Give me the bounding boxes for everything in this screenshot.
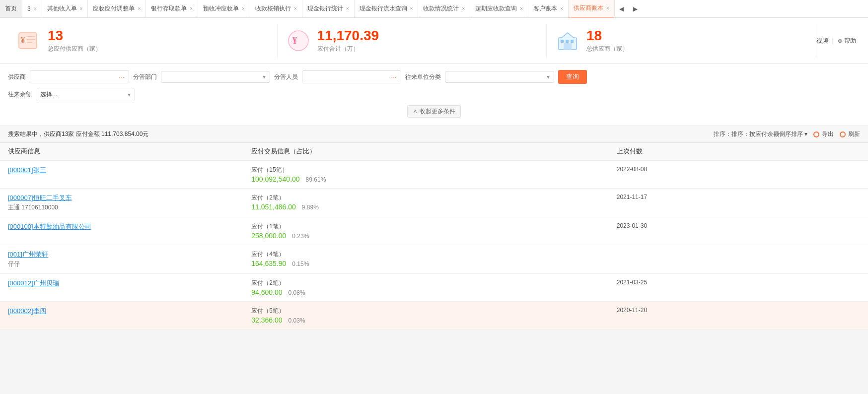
result-bar: 搜索结果中，供应商13家 应付金额 111,703,854.00元 排序：排序：…: [0, 126, 868, 143]
svg-text:¥: ¥: [292, 36, 297, 46]
nav-tab-3[interactable]: 3 ×: [22, 0, 42, 18]
supplier-info: [000012]广州贝瑞: [8, 279, 251, 288]
trade-pct: 9.89%: [302, 204, 319, 211]
table-header: 供应商信息 应付交易信息（占比） 上次付数: [0, 143, 868, 161]
close-icon[interactable]: ×: [294, 6, 297, 11]
close-icon[interactable]: ×: [410, 6, 413, 11]
close-icon[interactable]: ×: [80, 6, 83, 11]
nav-collection-stat[interactable]: 收款情况统计 ×: [418, 0, 470, 18]
nav-collection-exec[interactable]: 收款核销执行 ×: [250, 0, 302, 18]
payable-total-icon: ¥: [286, 28, 311, 54]
nav-overdue-query[interactable]: 超期应收款查询 ×: [470, 0, 528, 18]
supplier-link[interactable]: [000001]张三: [8, 166, 251, 175]
total-payable-suppliers-count: 13: [48, 28, 101, 44]
refresh-button[interactable]: 刷新: [840, 130, 860, 138]
nav-cash-bank-flow[interactable]: 现金银行流水查询 ×: [355, 0, 419, 18]
nav-prepay-offset[interactable]: 预收冲应收单 ×: [198, 0, 250, 18]
close-icon[interactable]: ×: [242, 6, 245, 11]
trade-pct: 0.03%: [289, 317, 305, 324]
nav-receivable-adjust[interactable]: 应收应付调整单 ×: [88, 0, 146, 18]
chevron-down-icon: ▾: [263, 73, 266, 80]
trade-pct: 0.23%: [292, 233, 309, 240]
supplier-sub: 仔仔: [8, 260, 251, 268]
balance-filter-label: 往来余额: [8, 90, 32, 99]
close-icon[interactable]: ×: [190, 6, 193, 11]
nav-left-arrow[interactable]: ◀: [615, 5, 629, 12]
nav-right-arrow[interactable]: ▶: [629, 5, 643, 12]
video-link[interactable]: 视频: [816, 37, 828, 45]
trade-label: 应付（15笔）: [251, 166, 616, 174]
trade-amount[interactable]: 11,051,486.00: [251, 203, 296, 211]
sort-button[interactable]: 排序：排序：按应付余额倒序排序 ▾: [714, 130, 807, 138]
trade-amount[interactable]: 258,000.00: [251, 232, 286, 240]
close-icon[interactable]: ×: [462, 6, 465, 11]
total-payable-amount-label: 应付合计（万）: [317, 45, 379, 53]
filter-row-2: 往来余额 选择... ▾: [8, 88, 860, 101]
trade-info: 应付（15笔） 100,092,540.00 89.61%: [251, 166, 616, 183]
query-button[interactable]: 查询: [558, 70, 587, 84]
category-filter-select[interactable]: ▾: [445, 71, 554, 83]
col-header-supplier: 供应商信息: [8, 147, 251, 156]
nav-other-income[interactable]: 其他收入单 ×: [42, 0, 88, 18]
balance-filter-select[interactable]: 选择... ▾: [36, 88, 135, 101]
close-icon[interactable]: ×: [34, 6, 37, 11]
total-suppliers-icon: [555, 28, 580, 54]
table-row: [000002]李四 应付（5笔） 32,366.00 0.03% 2020-1…: [0, 302, 868, 329]
svg-point-2: [289, 31, 308, 51]
dept-filter-label: 分管部门: [133, 73, 157, 81]
payable-icon: ¥: [16, 28, 42, 54]
supplier-info: [000100]本特勤油品有限公司: [8, 222, 251, 231]
person-filter-input[interactable]: ···: [302, 70, 401, 83]
trade-amount[interactable]: 32,366.00: [251, 316, 282, 324]
svg-rect-5: [561, 40, 564, 43]
close-icon[interactable]: ×: [560, 6, 563, 11]
supplier-link[interactable]: [000100]本特勤油品有限公司: [8, 222, 251, 231]
trade-pct: 0.15%: [292, 261, 309, 267]
nav-customer-ledger[interactable]: 客户账本 ×: [528, 0, 569, 18]
collapse-filter-button[interactable]: ∧ 收起更多条件: [407, 105, 460, 118]
trade-pct: 89.61%: [306, 176, 326, 183]
category-filter-label: 往来单位分类: [405, 73, 441, 81]
supplier-link[interactable]: [000002]李四: [8, 307, 251, 316]
chevron-down-icon: ▾: [547, 73, 550, 80]
trade-amount[interactable]: 164,635.90: [251, 260, 286, 267]
trade-info: 应付（2笔） 94,600.00 0.08%: [251, 279, 616, 296]
col-header-lastpay: 上次付数: [617, 147, 860, 156]
summary-card-payable-total: ¥ 11,170.39 应付合计（万）: [278, 24, 547, 58]
close-icon[interactable]: ×: [346, 6, 349, 11]
table-row: [000012]广州贝瑞 应付（2笔） 94,600.00 0.08% 2021…: [0, 274, 868, 302]
supplier-link[interactable]: [001]广州荣轩: [8, 250, 251, 259]
supplier-link[interactable]: [000007]恒旺二手叉车: [8, 194, 251, 202]
chevron-up-icon: ∧: [413, 108, 418, 115]
filter-row-1: 供应商 ··· 分管部门 ▾ 分管人员 ··· 往来单位分类 ▾ 查询: [8, 70, 860, 84]
export-button[interactable]: 导出: [813, 130, 834, 138]
nav-cash-bank-stat[interactable]: 现金银行统计 ×: [302, 0, 355, 18]
result-actions: 排序：排序：按应付余额倒序排序 ▾ 导出 刷新: [714, 130, 860, 138]
trade-info: 应付（4笔） 164,635.90 0.15%: [251, 250, 616, 267]
help-link[interactable]: ⊙ 帮助: [838, 37, 856, 45]
trade-amount[interactable]: 94,600.00: [251, 288, 282, 296]
total-payable-suppliers-label: 总应付供应商（家）: [48, 45, 101, 53]
nav-supplier-ledger[interactable]: 供应商账本 ×: [569, 0, 615, 18]
supplier-filter-input[interactable]: ···: [30, 70, 129, 83]
nav-bank-deposit[interactable]: 银行存取款单 ×: [146, 0, 198, 18]
result-summary: 搜索结果中，供应商13家 应付金额 111,703,854.00元: [8, 130, 148, 138]
svg-rect-6: [566, 40, 569, 43]
ellipsis-icon: ···: [391, 73, 397, 81]
last-pay-date: 2021-11-17: [617, 194, 860, 200]
trade-amount[interactable]: 100,092,540.00: [251, 175, 299, 183]
supplier-link[interactable]: [000012]广州贝瑞: [8, 279, 251, 288]
chevron-down-icon: ▾: [128, 91, 131, 98]
total-suppliers-label: 总供应商（家）: [586, 45, 628, 53]
close-icon[interactable]: ×: [138, 6, 141, 11]
nav-home[interactable]: 首页: [0, 0, 22, 18]
close-icon[interactable]: ×: [606, 5, 609, 11]
top-navigation: 首页 3 × 其他收入单 × 应收应付调整单 × 银行存取款单 × 预收冲应收单…: [0, 0, 868, 18]
last-pay-date: 2021-03-25: [617, 279, 860, 286]
top-right-links: 视频 | ⊙ 帮助: [816, 37, 860, 45]
data-table: 供应商信息 应付交易信息（占比） 上次付数 [000001]张三 应付（15笔）…: [0, 143, 868, 329]
close-icon[interactable]: ×: [520, 6, 523, 11]
summary-card-suppliers-payable: ¥ 13 总应付供应商（家）: [8, 24, 278, 58]
svg-rect-8: [564, 43, 572, 50]
dept-filter-select[interactable]: ▾: [161, 71, 270, 83]
